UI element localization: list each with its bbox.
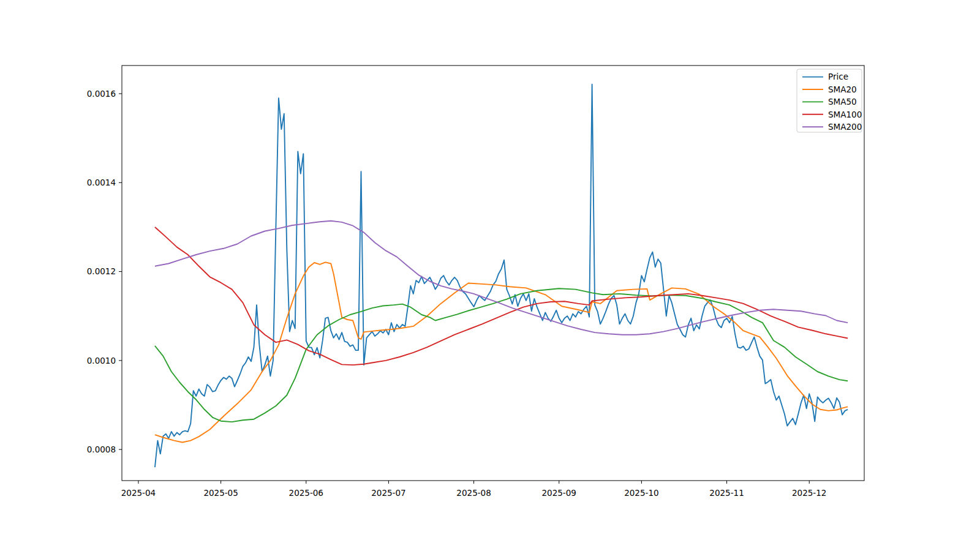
x-tick-label: 2025-05 (203, 488, 238, 498)
legend-label: SMA20 (828, 84, 857, 94)
y-tick-label: 0.0016 (87, 89, 116, 99)
legend-label: SMA200 (828, 122, 862, 132)
x-tick-label: 2025-07 (371, 488, 405, 498)
y-tick-label: 0.0012 (87, 266, 116, 276)
price-sma-chart-figure: 2025-042025-052025-062025-072025-082025-… (0, 0, 980, 551)
x-tick-label: 2025-12 (792, 488, 826, 498)
y-tick-label: 0.0014 (87, 178, 116, 187)
legend-label: Price (828, 72, 848, 81)
x-tick-label: 2025-06 (289, 488, 323, 498)
legend-label: SMA100 (828, 110, 862, 119)
legend: PriceSMA20SMA50SMA100SMA200 (797, 69, 862, 132)
x-tick-label: 2025-11 (709, 488, 744, 498)
legend-label: SMA50 (828, 97, 857, 107)
chart-canvas: 2025-042025-052025-062025-072025-082025-… (0, 0, 980, 551)
x-tick-label: 2025-04 (121, 488, 156, 498)
x-tick-label: 2025-10 (624, 488, 658, 498)
x-tick-label: 2025-09 (542, 488, 576, 498)
y-tick-label: 0.0008 (87, 444, 116, 454)
y-tick-label: 0.0010 (87, 356, 116, 365)
x-tick-label: 2025-08 (456, 488, 491, 498)
